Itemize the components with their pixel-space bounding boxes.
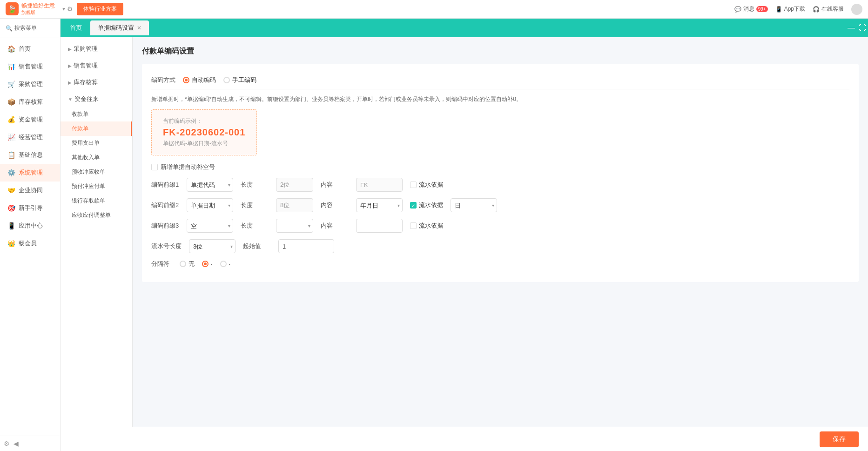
manual-encode-radio[interactable]: 手工编码 (223, 76, 256, 84)
sidebar-item-finance[interactable]: 💰 资金管理 (0, 111, 60, 128)
sub-item-prepay-receivable[interactable]: 预收冲应收单 (61, 165, 132, 179)
sub-item-payment[interactable]: 付款单 (61, 121, 132, 136)
length2-select-wrapper (276, 198, 313, 212)
manual-encode-dot (223, 77, 230, 83)
length1-label: 长度 (241, 181, 269, 189)
top-bar-right: 💬 消息 99+ 📱 App下载 🎧 在线客服 (734, 4, 862, 15)
message-label: 消息 (743, 5, 754, 13)
sub-group-label-inventory: 库存核算 (74, 78, 98, 87)
sidebar-item-label: 首页 (19, 45, 31, 53)
tab-bar: 首页 单据编码设置 ✕ — ⛶ (61, 19, 868, 37)
prefix1-label: 编码前缀1 (151, 181, 179, 189)
field-row-1: 编码前缀1 单据代码 ▾ 长度 内容 (151, 178, 849, 192)
app-download-button[interactable]: 📱 App下载 (775, 5, 805, 13)
serial3-checkbox[interactable] (410, 222, 417, 229)
logo-icon: 🍃 (6, 2, 19, 15)
sub-group-label-sales: 销售管理 (74, 61, 98, 70)
app-download-label: App下载 (784, 5, 805, 13)
maximize-icon[interactable]: ⛶ (859, 24, 866, 32)
collapse-icon[interactable]: ◀ (13, 440, 19, 447)
top-bar: 🍃 畅捷通好生意 旗舰版 ▾ ⚙ 体验行业方案 💬 消息 99+ 📱 App下载… (0, 0, 868, 19)
sidebar-item-enterprise[interactable]: 🤝 企业协同 (0, 182, 60, 199)
sub-group-header-inventory[interactable]: ▶ 库存核算 (61, 74, 132, 90)
separator-row: 分隔符 无 · · (151, 260, 849, 268)
sep-dot-label: · (211, 261, 213, 268)
auto-encode-label: 自动编码 (192, 76, 216, 84)
serial1-checkbox[interactable] (410, 182, 417, 188)
preview-prefix: 当前编码示例： (163, 117, 245, 125)
sub-group-purchase: ▶ 采购管理 (61, 41, 132, 57)
online-service-button[interactable]: 🎧 在线客服 (813, 5, 844, 13)
separator-radio-group: 无 · · (180, 260, 230, 268)
prefix3-select[interactable]: 空 (187, 219, 233, 233)
sep-none-radio[interactable]: 无 (180, 260, 195, 268)
sales-icon: 📊 (7, 63, 15, 70)
sub-group-inventory: ▶ 库存核算 (61, 74, 132, 90)
serial2-unit-select[interactable]: 日 (451, 198, 497, 212)
serial2-unit-wrapper: 日 ▾ (451, 198, 497, 212)
separator-label: 分隔符 (151, 260, 172, 268)
tab-home[interactable]: 首页 (62, 20, 89, 35)
sub-group-header-purchase[interactable]: ▶ 采购管理 (61, 41, 132, 57)
sidebar-item-home[interactable]: 🏠 首页 (0, 40, 60, 58)
sub-group-header-funds[interactable]: ▼ 资金往来 (61, 91, 132, 107)
app-logo: 🍃 畅捷通好生意 旗舰版 (6, 2, 55, 15)
length1-input (276, 178, 313, 192)
settings-icon[interactable]: ⚙ (67, 5, 73, 13)
sidebar-item-basic-info[interactable]: 📋 基础信息 (0, 146, 60, 164)
minimize-icon[interactable]: — (848, 24, 855, 32)
sub-item-other-income[interactable]: 其他收入单 (61, 150, 132, 165)
auto-encode-radio[interactable]: 自动编码 (183, 76, 216, 84)
auto-encode-dot (183, 77, 189, 83)
search-menu-button[interactable]: 🔍 搜索菜单 (4, 22, 56, 34)
length2-input (276, 198, 313, 212)
sub-item-expense[interactable]: 费用支出单 (61, 136, 132, 150)
sidebar-item-label: 销售管理 (19, 62, 43, 71)
serial-length-select[interactable]: 3位 (189, 239, 236, 253)
serial2-checkbox[interactable] (410, 202, 417, 209)
sidebar-item-operations[interactable]: 📈 经营管理 (0, 128, 60, 146)
sidebar-item-app-center[interactable]: 📱 应用中心 (0, 217, 60, 235)
settings-bottom-icon[interactable]: ⚙ (4, 440, 10, 447)
sep-dot-radio[interactable]: · (202, 261, 213, 268)
length3-select-wrapper: ▾ (276, 219, 313, 233)
preview-code: FK-20230602-001 (163, 127, 245, 138)
sidebar-item-inventory[interactable]: 📦 库存核算 (0, 93, 60, 111)
sidebar-item-member[interactable]: 👑 畅会员 (0, 235, 60, 252)
auto-fill-checkbox[interactable] (151, 164, 158, 170)
sub-item-receipt[interactable]: 收款单 (61, 107, 132, 121)
sub-item-ap-adjustment[interactable]: 应收应付调整单 (61, 208, 132, 222)
settings-card: 编码方式 自动编码 手工编码 (142, 64, 859, 282)
search-icon: 🔍 (6, 25, 13, 32)
sep-dash-radio[interactable]: · (220, 261, 231, 268)
prefix1-select[interactable]: 单据代码 (187, 178, 233, 192)
sidebar-item-guide[interactable]: 🎯 新手引导 (0, 199, 60, 217)
sidebar-item-purchase[interactable]: 🛒 采购管理 (0, 75, 60, 93)
save-button[interactable]: 保存 (820, 431, 859, 447)
auto-fill-row: 新增单据自动补空号 (151, 163, 849, 171)
message-button[interactable]: 💬 消息 99+ (734, 5, 768, 13)
tab-encode-settings[interactable]: 单据编码设置 ✕ (90, 20, 149, 35)
sidebar-item-label: 新手引导 (19, 204, 43, 212)
trial-button[interactable]: 体验行业方案 (77, 3, 123, 15)
prefix2-select[interactable]: 单据日期 (187, 198, 233, 212)
tab-close-icon[interactable]: ✕ (137, 25, 141, 31)
sidebar-item-sales[interactable]: 📊 销售管理 (0, 58, 60, 75)
serial2-wrapper: 流水依据 (410, 201, 443, 209)
sidebar-item-system[interactable]: ⚙️ 系统管理 (0, 164, 60, 182)
preview-box: 当前编码示例： FK-20230602-001 单据代码-单据日期-流水号 (151, 109, 257, 155)
sub-group-header-sales[interactable]: ▶ 销售管理 (61, 58, 132, 74)
home-icon: 🏠 (7, 45, 15, 53)
nav-dropdown-arrow[interactable]: ▾ (62, 6, 65, 12)
length3-select[interactable] (276, 219, 313, 233)
start-value-input[interactable] (278, 239, 334, 253)
content1-input (356, 178, 403, 192)
sep-none-label: 无 (188, 260, 195, 268)
arrow-inventory: ▶ (68, 80, 72, 85)
sep-dash-dot (220, 261, 227, 267)
user-avatar[interactable] (851, 4, 862, 15)
sub-item-prepay-payable[interactable]: 预付冲应付单 (61, 179, 132, 194)
sub-item-bank-transfer[interactable]: 银行存取款单 (61, 194, 132, 208)
content3-input[interactable] (356, 219, 403, 233)
content2-select[interactable]: 年月日 (356, 198, 403, 212)
